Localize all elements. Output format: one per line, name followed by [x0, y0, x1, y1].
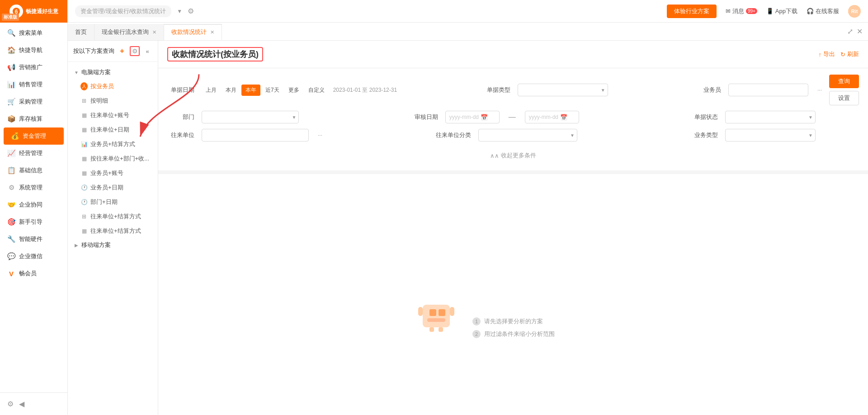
review-date-to[interactable]: yyyy-mm-dd 📅 — [525, 111, 579, 123]
service-item[interactable]: 🎧 在线客服 — [807, 7, 839, 15]
gear-scheme-button[interactable]: ⚙ — [130, 46, 140, 56]
scheme-item-unit-dept[interactable]: ▦ 按往来单位+部门+收... — [68, 151, 158, 166]
sidebar-item-inventory[interactable]: 📦 库存核算 — [0, 110, 67, 127]
date-tab-this-year[interactable]: 本年 — [241, 85, 260, 96]
tip-text-2: 用过滤条件来缩小分析范围 — [484, 330, 555, 338]
sidebar-item-hardware[interactable]: 🔧 智能硬件 — [0, 231, 67, 248]
settings-button[interactable]: 设置 — [829, 91, 859, 105]
scheme-item-dept-date[interactable]: 🕐 部门+日期 — [68, 195, 158, 209]
sidebar-nav: 🔍 搜索菜单 🏠 快捷导航 📢 营销推广 📊 销售管理 🛒 采购管理 📦 库存核… — [0, 23, 67, 392]
collapse-panel-button[interactable]: « — [142, 46, 152, 56]
scheme-item-label-unit-dept: 按往来单位+部门+收... — [90, 155, 149, 163]
tab-bar-close-icon[interactable]: ✕ — [857, 27, 863, 36]
sidebar-item-shortcut[interactable]: 🏠 快捷导航 — [0, 42, 67, 59]
biz-type-select[interactable] — [725, 129, 816, 141]
date-tab-last-month[interactable]: 上月 — [202, 85, 221, 96]
maximize-icon[interactable]: ⤢ — [847, 27, 853, 36]
refresh-button[interactable]: ↻ 刷新 — [840, 50, 859, 58]
sidebar-item-system[interactable]: ⚙ 系统管理 — [0, 179, 67, 196]
partner-category-select[interactable] — [478, 129, 577, 141]
page-title: 收款情况统计(按业务员) — [167, 47, 263, 61]
settings-footer-icon[interactable]: ⚙ — [7, 400, 14, 408]
filter-row-1: 单据日期 上月 本月 本年 近7天 更多 自定义 2023-01-01 至 20… — [167, 75, 859, 105]
empty-tip-1: 1 请先选择要分析的方案 — [472, 317, 555, 325]
scheme-item-unit-date[interactable]: ▦ 往来单位+日期 — [68, 123, 158, 137]
salesperson-more-btn[interactable]: ··· — [817, 87, 822, 93]
bank-tab-close-icon[interactable]: ✕ — [152, 29, 156, 35]
trial-button[interactable]: 体验行业方案 — [667, 5, 717, 18]
sidebar-item-label-wechat: 企业微信 — [19, 252, 42, 260]
scheme-item-sales-settle[interactable]: 📊 业务员+结算方式 — [68, 137, 158, 151]
doc-type-label: 单据类型 — [483, 86, 510, 94]
scheme-item-label-sales-account: 业务员+账号 — [90, 169, 123, 177]
sidebar-item-purchase[interactable]: 🛒 采购管理 — [0, 93, 67, 110]
refresh-icon: ↻ — [840, 51, 845, 58]
sidebar-item-member[interactable]: V 畅会员 — [0, 265, 67, 282]
scheme-item-label-unit-account: 往来单位+账号 — [90, 111, 129, 119]
desktop-scheme-group: ▼ 电脑端方案 人 按业务员 ⊞ 按明细 ▦ — [68, 66, 158, 238]
top-header-right: 体验行业方案 ✉ 消息 99+ 📱 App下载 🎧 在线客服 Rit — [667, 5, 861, 18]
sidebar-item-label-guide: 新手引导 — [19, 218, 42, 226]
scheme-item-unit-settle1[interactable]: ⊞ 往来单位+结算方式 — [68, 209, 158, 224]
gear-settings-icon[interactable]: ⚙ — [188, 7, 194, 15]
date-tab-custom[interactable]: 自定义 — [304, 85, 329, 96]
sidebar-item-label-member: 畅会员 — [19, 269, 37, 278]
doc-type-select[interactable] — [518, 84, 608, 96]
sidebar-item-base[interactable]: 📋 基础信息 — [0, 162, 67, 179]
partner-more-btn[interactable]: ··· — [318, 132, 322, 138]
sidebar-item-corp[interactable]: 🤝 企业协同 — [0, 196, 67, 213]
user-avatar[interactable]: Rit — [848, 5, 861, 18]
app-download-item[interactable]: 📱 App下载 — [766, 7, 797, 15]
sidebar-item-guide[interactable]: 🎯 新手引导 — [0, 213, 67, 231]
sidebar-item-fund[interactable]: 💰 资金管理 — [4, 127, 64, 145]
chevron-down-icon[interactable]: ▼ — [177, 8, 182, 14]
scheme-item-unit-settle2[interactable]: ▦ 往来单位+结算方式 — [68, 224, 158, 238]
home-tab-label: 首页 — [75, 28, 87, 36]
review-date-from[interactable]: yyyy-mm-dd 📅 — [445, 111, 500, 123]
tab-home[interactable]: 首页 — [68, 24, 94, 40]
sidebar-item-sales[interactable]: 📊 销售管理 — [0, 76, 67, 93]
sales-date-icon: 🕐 — [80, 184, 88, 191]
scheme-item-label-sales-date: 业务员+日期 — [90, 184, 123, 192]
scheme-item-salesperson[interactable]: 人 按业务员 — [68, 79, 158, 94]
desktop-group-header[interactable]: ▼ 电脑端方案 — [68, 66, 158, 79]
scheme-item-detail[interactable]: ⊞ 按明细 — [68, 94, 158, 108]
tab-receipt[interactable]: 收款情况统计 ✕ — [164, 24, 222, 40]
guide-icon: 🎯 — [7, 218, 15, 226]
date-tab-7days[interactable]: 近7天 — [261, 85, 283, 96]
unit-settle1-icon: ⊞ — [80, 213, 88, 220]
biz-type-label: 业务类型 — [691, 131, 718, 139]
export-button[interactable]: ↑ 导出 — [819, 50, 835, 58]
scheme-item-sales-date[interactable]: 🕐 业务员+日期 — [68, 180, 158, 195]
collapse-row[interactable]: ∧∧ 收起更多条件 — [167, 147, 859, 164]
sidebar-item-wechat[interactable]: 💬 企业微信 — [0, 248, 67, 265]
mobile-group-header[interactable]: ▶ 移动端方案 — [68, 238, 158, 252]
dept-select[interactable] — [202, 111, 299, 123]
sidebar-item-operation[interactable]: 📈 经营管理 — [0, 145, 67, 162]
partner-input[interactable] — [202, 129, 309, 141]
svg-rect-4 — [439, 309, 445, 316]
date-tab-more[interactable]: 更多 — [284, 85, 303, 96]
sidebar-item-search[interactable]: 🔍 搜索菜单 — [0, 24, 67, 42]
service-label: 在线客服 — [816, 7, 839, 15]
collapse-button[interactable]: ∧∧ 收起更多条件 — [490, 151, 536, 160]
collapse-sidebar-icon[interactable]: ◀ — [19, 400, 24, 408]
svg-rect-7 — [450, 307, 454, 316]
sidebar: 6 畅捷通好生意 标准版 🔍 搜索菜单 🏠 快捷导航 📢 营销推广 📊 销售管理… — [0, 0, 68, 415]
date-tab-this-month[interactable]: 本月 — [222, 85, 241, 96]
scheme-item-label-unit-settle2: 往来单位+结算方式 — [90, 227, 141, 235]
add-scheme-button[interactable]: + — [117, 46, 127, 56]
date-control: 上月 本月 本年 近7天 更多 自定义 2023-01-01 至 2023-12… — [202, 85, 397, 96]
salesperson-input[interactable] — [728, 84, 808, 96]
doc-status-select[interactable] — [725, 111, 816, 123]
scheme-item-label-dept-date: 部门+日期 — [90, 198, 118, 206]
detail-item-icon: ⊞ — [80, 97, 88, 104]
query-button[interactable]: 查询 — [829, 75, 859, 88]
sidebar-item-marketing[interactable]: 📢 营销推广 — [0, 59, 67, 76]
dept-date-icon: 🕐 — [80, 198, 88, 206]
scheme-item-sales-account[interactable]: ▦ 业务员+账号 — [68, 166, 158, 180]
tab-bank[interactable]: 现金银行流水查询 ✕ — [94, 24, 164, 40]
message-item[interactable]: ✉ 消息 99+ — [726, 7, 757, 15]
receipt-tab-close-icon[interactable]: ✕ — [210, 29, 214, 35]
scheme-item-unit-account[interactable]: ▦ 往来单位+账号 — [68, 108, 158, 123]
